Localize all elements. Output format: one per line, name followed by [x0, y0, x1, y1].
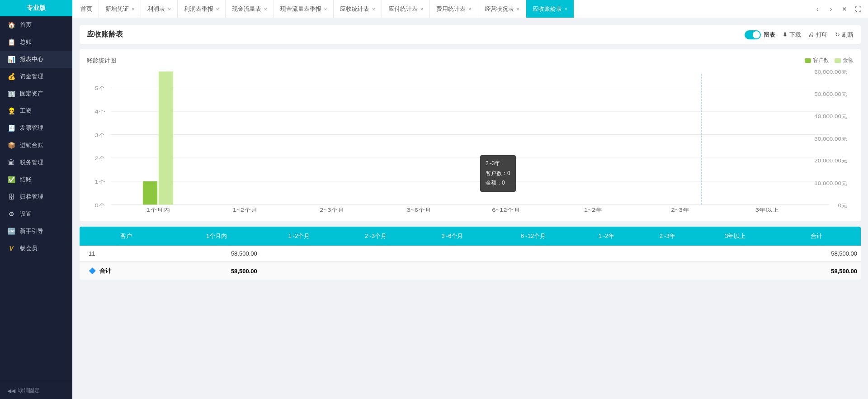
- footer-label: 🔷 合计: [80, 262, 172, 280]
- sidebar-item-settle[interactable]: ✅ 结账: [0, 171, 72, 188]
- tab-payable-stats-close[interactable]: ×: [420, 6, 423, 12]
- tab-prev-button[interactable]: ‹: [811, 3, 824, 15]
- sidebar-item-home[interactable]: 🏠 首页: [0, 16, 72, 33]
- tab-aging-label: 应收账龄表: [533, 5, 562, 13]
- sidebar-item-tax[interactable]: 🏛 税务管理: [0, 154, 72, 171]
- toggle-track[interactable]: [745, 30, 761, 39]
- svg-text:20,000.00元: 20,000.00元: [814, 158, 847, 164]
- legend-customers: 客户数: [805, 57, 829, 64]
- tab-expense-stats[interactable]: 费用统计表 ×: [430, 0, 478, 18]
- tab-profit-quarter[interactable]: 利润表季报 ×: [178, 0, 226, 18]
- svg-text:60,000.00元: 60,000.00元: [814, 70, 847, 75]
- legend-amount-label: 金额: [843, 57, 854, 64]
- sidebar-item-label: 发票管理: [20, 124, 43, 132]
- tab-voucher-close[interactable]: ×: [132, 6, 134, 12]
- invoice-icon: 🧾: [7, 124, 15, 132]
- cell-m1: 58,500.00: [172, 246, 260, 262]
- tab-operation-stats[interactable]: 经营状况表 ×: [478, 0, 526, 18]
- table-header-row: 客户 1个月内 1~2个月 2~3个月 3~6个月 6~12个月 1~2年 2~…: [80, 227, 861, 246]
- sidebar-item-payroll[interactable]: 👷 工资: [0, 102, 72, 119]
- sidebar-item-assets[interactable]: 🏢 固定资产: [0, 85, 72, 102]
- sidebar-item-guide[interactable]: 🆕 新手引导: [0, 223, 72, 240]
- tab-operation-stats-close[interactable]: ×: [517, 6, 519, 12]
- sidebar-item-label: 新手引导: [20, 227, 43, 235]
- tab-cashflow-quarter[interactable]: 现金流量表季报 ×: [274, 0, 334, 18]
- tab-profit-label: 利润表: [147, 5, 165, 13]
- bar-amount-1: [159, 71, 173, 204]
- funds-icon: 💰: [7, 73, 15, 80]
- tab-payable-stats-label: 应付统计表: [388, 5, 418, 13]
- footer-y23: [637, 262, 698, 280]
- sidebar-item-label: 归档管理: [20, 193, 43, 201]
- sidebar-item-label: 工资: [20, 107, 32, 115]
- chart-toggle[interactable]: 图表: [745, 30, 775, 39]
- col-m612: 6~12个月: [491, 227, 576, 246]
- footer-m36: [414, 262, 491, 280]
- sidebar-item-stockbook[interactable]: 📦 进销台账: [0, 137, 72, 154]
- svg-text:0元: 0元: [838, 203, 848, 208]
- tab-cashflow-quarter-label: 现金流量表季报: [280, 5, 321, 13]
- tab-profit-close[interactable]: ×: [168, 6, 170, 12]
- tab-close-all-button[interactable]: ✕: [838, 3, 851, 15]
- sidebar-item-funds[interactable]: 💰 资金管理: [0, 68, 72, 85]
- footer-y12: [576, 262, 637, 280]
- tab-profit-quarter-close[interactable]: ×: [216, 6, 219, 12]
- cell-m12: [261, 246, 337, 262]
- footer-y3plus: [698, 262, 773, 280]
- cell-m23: [337, 246, 414, 262]
- tab-maximize-button[interactable]: ⛶: [852, 3, 864, 15]
- svg-text:1个月内: 1个月内: [146, 207, 170, 213]
- tab-receivable-stats-label: 应收统计表: [340, 5, 369, 13]
- svg-text:1个: 1个: [95, 179, 105, 185]
- refresh-button[interactable]: ↻ 刷新: [835, 31, 854, 39]
- sidebar-item-reports[interactable]: 📊 报表中心: [0, 51, 72, 68]
- tab-home[interactable]: 首页: [74, 0, 99, 18]
- print-button[interactable]: 🖨 打印: [808, 31, 828, 39]
- sidebar-item-label: 总账: [20, 38, 32, 46]
- tab-aging[interactable]: 应收账龄表 ×: [526, 0, 574, 18]
- cell-y3plus: [698, 246, 773, 262]
- chart-container: 账龄统计图 客户数 金额 0个 1个 2个 3个 4个: [80, 49, 861, 221]
- sidebar-item-vip[interactable]: V 畅会员: [0, 240, 72, 257]
- main-area: 首页 新增凭证 × 利润表 × 利润表季报 × 现金流量表 × 现金流量表季报 …: [72, 0, 868, 399]
- download-button[interactable]: ⬇ 下载: [783, 31, 801, 39]
- tab-bar: 首页 新增凭证 × 利润表 × 利润表季报 × 现金流量表 × 现金流量表季报 …: [72, 0, 868, 18]
- col-total: 合计: [773, 227, 861, 246]
- sidebar-item-label: 设置: [20, 210, 32, 218]
- sidebar-item-label: 畅会员: [20, 244, 38, 252]
- cell-m612: [491, 246, 576, 262]
- tab-cashflow-close[interactable]: ×: [264, 6, 267, 12]
- settings-icon: ⚙: [7, 210, 15, 218]
- tab-profit[interactable]: 利润表 ×: [141, 0, 177, 18]
- svg-text:1~2年: 1~2年: [584, 207, 602, 213]
- svg-text:30,000.00元: 30,000.00元: [814, 136, 847, 142]
- sidebar-pin-toggle[interactable]: ◀◀ 取消固定: [0, 382, 72, 399]
- col-m23: 2~3个月: [337, 227, 414, 246]
- svg-text:2~3个月: 2~3个月: [320, 207, 344, 213]
- footer-m23: [337, 262, 414, 280]
- tab-cashflow-quarter-close[interactable]: ×: [324, 6, 327, 12]
- svg-text:2~3年: 2~3年: [671, 207, 689, 213]
- sidebar-item-archive[interactable]: 🗄 归档管理: [0, 188, 72, 205]
- sidebar-item-settings[interactable]: ⚙ 设置: [0, 205, 72, 223]
- col-m36: 3~6个月: [414, 227, 491, 246]
- sidebar-item-invoice[interactable]: 🧾 发票管理: [0, 119, 72, 137]
- home-icon: 🏠: [7, 21, 15, 28]
- chart-title: 账龄统计图: [87, 57, 854, 65]
- svg-text:1~2个月: 1~2个月: [233, 207, 257, 213]
- sidebar-item-ledger[interactable]: 📋 总账: [0, 33, 72, 51]
- app-logo: 专业版: [0, 0, 72, 16]
- total-icon: 🔷: [89, 267, 96, 274]
- tab-receivable-stats[interactable]: 应收统计表 ×: [334, 0, 382, 18]
- tab-next-button[interactable]: ›: [825, 3, 837, 15]
- svg-text:4个: 4个: [95, 109, 105, 115]
- vip-icon: V: [7, 245, 15, 252]
- tab-expense-stats-close[interactable]: ×: [468, 6, 471, 12]
- svg-text:5个: 5个: [95, 86, 105, 91]
- toggle-thumb: [753, 31, 760, 38]
- tab-payable-stats[interactable]: 应付统计表 ×: [382, 0, 430, 18]
- tab-voucher[interactable]: 新增凭证 ×: [99, 0, 141, 18]
- tab-cashflow[interactable]: 现金流量表 ×: [226, 0, 274, 18]
- tab-receivable-stats-close[interactable]: ×: [372, 6, 375, 12]
- tab-aging-close[interactable]: ×: [565, 6, 567, 12]
